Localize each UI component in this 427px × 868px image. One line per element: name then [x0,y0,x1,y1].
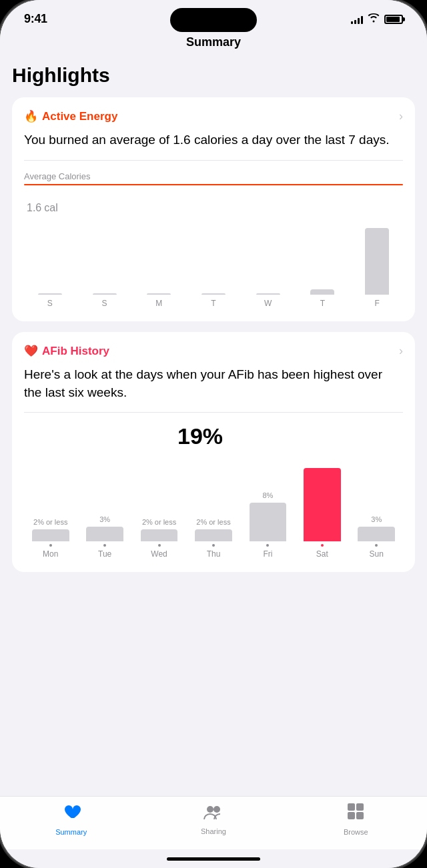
active-energy-chevron: › [399,109,403,123]
afib-description: Here's a look at the days when your AFib… [24,366,403,401]
tab-bar: Summary Sharing [0,796,427,849]
status-bar: 9:41 [0,0,427,31]
afib-peak-pct: 19% [177,423,223,449]
highlights-title: Highlights [12,64,415,87]
bar-col-0: S [24,293,76,308]
home-indicator [0,849,427,868]
afib-divider [24,412,403,413]
active-energy-bar-chart: S S M [24,228,403,308]
afib-bar-tue: 3% Tue [78,515,131,559]
phone-frame: 9:41 [0,0,427,868]
svg-rect-3 [356,803,364,811]
afib-bar-fri: 8% Fri [242,491,294,559]
screen: 9:41 [0,0,427,868]
bar-col-6: F [351,228,403,308]
afib-bars-container: 2% or less Mon 3% Tue [24,452,403,559]
battery-icon [384,15,403,24]
bar-col-1: S [79,293,131,308]
svg-rect-2 [348,803,355,811]
browse-tab-label: Browse [344,828,368,836]
svg-point-0 [207,806,214,813]
tab-summary[interactable]: Summary [0,802,142,836]
tab-browse[interactable]: Browse [285,802,427,836]
summary-heart-icon [62,802,81,825]
bar-col-2: M [133,293,185,308]
scroll-content[interactable]: Highlights 🔥 Active Energy › You burned … [0,59,427,796]
heart-icon: ❤️ [24,344,38,358]
svg-rect-4 [348,812,355,819]
afib-chart-wrapper: 19% 2% or less Mon 3% [24,423,403,559]
status-time: 9:41 [24,12,47,26]
svg-rect-5 [356,812,364,819]
afib-bar-thu: 2% or less Thu [187,517,240,559]
signal-icon [351,15,363,24]
bar-col-5: T [297,289,349,308]
tab-sharing[interactable]: Sharing [142,803,284,835]
afib-bar-sat: Sat [296,465,348,559]
avg-line [24,184,403,186]
active-energy-divider [24,160,403,161]
chart-value: 1.6cal [24,189,403,217]
active-energy-card[interactable]: 🔥 Active Energy › You burned an average … [12,97,415,321]
afib-bar-wed: 2% or less Wed [133,517,185,559]
afib-history-card[interactable]: ❤️ AFib History › Here's a look at the d… [12,332,415,572]
bar-col-4: W [242,293,294,308]
svg-point-1 [214,806,220,813]
active-energy-description: You burned an average of 1.6 calories a … [24,131,403,149]
bar-col-3: T [187,293,240,308]
nav-title: Summary [0,31,427,59]
status-icons [351,13,403,25]
sharing-tab-label: Sharing [201,827,226,835]
flame-icon: 🔥 [24,109,38,123]
avg-line-container [24,184,403,186]
wifi-icon [368,13,380,25]
dynamic-island [170,8,257,32]
afib-title: ❤️ AFib History [24,344,109,358]
afib-bar-mon: 2% or less Mon [24,517,77,559]
afib-bar-sun: 3% Sun [350,515,403,559]
active-energy-header: 🔥 Active Energy › [24,109,403,123]
summary-tab-label: Summary [55,828,87,836]
afib-chevron: › [399,344,403,358]
active-energy-title: 🔥 Active Energy [24,109,117,123]
home-bar [167,857,260,861]
sharing-icon [203,803,224,825]
afib-history-header: ❤️ AFib History › [24,344,403,358]
browse-icon [346,802,365,825]
chart-label: Average Calories [24,171,403,181]
